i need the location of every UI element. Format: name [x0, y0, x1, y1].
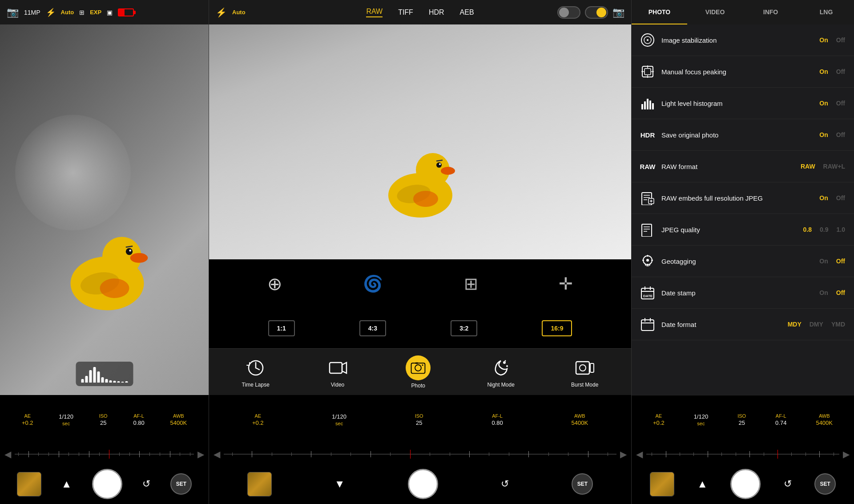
- mid-awb-control[interactable]: AWB 5400K: [572, 413, 588, 426]
- shutter-button[interactable]: [92, 469, 122, 499]
- right-iso-value: 25: [738, 419, 745, 426]
- ae-control[interactable]: AE +0.2: [22, 413, 33, 426]
- date-stamp-off[interactable]: Off: [834, 288, 847, 298]
- slider-left-arrow[interactable]: ◀: [4, 449, 11, 460]
- aspect-3-2[interactable]: 3:2: [451, 320, 477, 336]
- spiral-icon[interactable]: 🌀: [363, 274, 383, 293]
- toggle-switch-1[interactable]: [557, 6, 580, 19]
- manual-focus-off[interactable]: Off: [834, 67, 847, 77]
- raw-embeds-options: On Off: [817, 193, 847, 203]
- right-shutter-control[interactable]: 1/120 sec: [694, 413, 709, 426]
- date-stamp-on[interactable]: On: [817, 288, 830, 298]
- jpeg-quality-10[interactable]: 1.0: [834, 225, 847, 234]
- right-shutter-button[interactable]: [730, 469, 761, 499]
- grid-cross-icon[interactable]: ✛: [559, 274, 573, 294]
- geotagging-off[interactable]: Off: [834, 256, 847, 266]
- exp-label[interactable]: EXP: [90, 9, 101, 16]
- raw-embeds-off[interactable]: Off: [834, 193, 847, 203]
- mid-shutter-button[interactable]: [408, 469, 438, 499]
- toggle-switch-2[interactable]: [585, 6, 608, 19]
- shutter-control[interactable]: 1/120 sec: [59, 413, 73, 426]
- raw-embeds-on[interactable]: On: [817, 193, 830, 203]
- right-exposure-slider[interactable]: [646, 454, 839, 455]
- tab-tiff[interactable]: TIFF: [398, 8, 413, 16]
- date-format-mdy[interactable]: MDY: [786, 319, 804, 329]
- video-mode[interactable]: Video: [326, 356, 349, 388]
- mid-thumbnail[interactable]: [247, 472, 272, 496]
- right-set-button[interactable]: SET: [814, 473, 836, 495]
- right-thumbnail[interactable]: [650, 472, 674, 496]
- grid-3x3-icon[interactable]: ⊞: [464, 274, 478, 294]
- mid-flash-icon[interactable]: ⚡: [216, 7, 227, 18]
- tab-hdr[interactable]: HDR: [429, 8, 444, 16]
- mid-ae-value: +0.2: [252, 419, 264, 426]
- timer-button[interactable]: ↺: [142, 478, 150, 490]
- exp-icon[interactable]: ⊞: [79, 9, 85, 16]
- crosshair-icon[interactable]: ⊕: [267, 274, 282, 294]
- mid-slider-left[interactable]: ◀: [214, 449, 220, 460]
- video-icon: [328, 358, 347, 378]
- awb-control[interactable]: AWB 5400K: [170, 413, 187, 426]
- right-awb-control[interactable]: AWB 5400K: [816, 413, 833, 426]
- hist-bar-7: [105, 379, 108, 383]
- burst-mode[interactable]: Burst Mode: [571, 356, 598, 388]
- tab-photo[interactable]: PHOTO: [632, 0, 687, 24]
- aspect-16-9[interactable]: 16:9: [542, 320, 572, 336]
- jpeg-quality-08[interactable]: 0.8: [801, 225, 814, 234]
- hdr-off[interactable]: Off: [834, 130, 847, 140]
- image-stabilization-off[interactable]: Off: [834, 35, 847, 45]
- iso-control[interactable]: ISO 25: [99, 413, 108, 426]
- date-format-dmy[interactable]: DMY: [807, 319, 826, 329]
- mid-ae-control[interactable]: AE +0.2: [252, 413, 264, 426]
- raw-format-options: RAW RAW+L: [798, 161, 847, 171]
- afl-control[interactable]: AF-L 0.80: [133, 413, 144, 426]
- mid-set-button[interactable]: SET: [572, 473, 593, 495]
- svg-point-10: [441, 167, 455, 175]
- right-ae-control[interactable]: AE +0.2: [653, 413, 665, 426]
- aspect-4-3[interactable]: 4:3: [359, 320, 386, 336]
- hdr-on[interactable]: On: [817, 130, 830, 140]
- tab-info[interactable]: INFO: [743, 0, 798, 24]
- night-mode[interactable]: Night Mode: [487, 356, 514, 388]
- right-timer-button[interactable]: ↺: [784, 478, 792, 490]
- geotagging-on[interactable]: On: [817, 256, 830, 266]
- right-slider-left[interactable]: ◀: [636, 449, 643, 460]
- flash-icon[interactable]: ⚡: [46, 8, 56, 17]
- mid-slider-right[interactable]: ▶: [620, 449, 627, 460]
- mid-afl-control[interactable]: AF-L 0.80: [491, 413, 503, 426]
- right-slider-right[interactable]: ▶: [843, 449, 850, 460]
- mid-camera-icon[interactable]: 📷: [612, 7, 624, 18]
- mid-shutter-control[interactable]: 1/120 sec: [332, 413, 346, 426]
- mid-timer-button[interactable]: ↺: [501, 478, 509, 490]
- raw-format-rawl[interactable]: RAW+L: [821, 161, 847, 171]
- aspect-1-1[interactable]: 1:1: [268, 320, 295, 336]
- histogram-off[interactable]: Off: [834, 98, 847, 108]
- histogram-on[interactable]: On: [817, 98, 830, 108]
- slider-right-arrow[interactable]: ▶: [197, 449, 204, 460]
- set-button[interactable]: SET: [170, 473, 192, 495]
- right-afl-control[interactable]: AF-L 0.74: [775, 413, 786, 426]
- chevron-up-button[interactable]: ▲: [61, 478, 72, 490]
- thumbnail-preview[interactable]: [17, 472, 41, 496]
- tab-video[interactable]: VIDEO: [687, 0, 743, 24]
- mid-flash-label[interactable]: Auto: [232, 9, 246, 16]
- date-format-ymd[interactable]: YMD: [829, 319, 847, 329]
- right-iso-control[interactable]: ISO 25: [737, 413, 746, 426]
- exposure-slider[interactable]: [15, 454, 194, 455]
- right-iso-label: ISO: [737, 413, 746, 419]
- manual-focus-on[interactable]: On: [817, 67, 830, 77]
- mid-exposure-slider[interactable]: [224, 454, 616, 455]
- image-stabilization-on[interactable]: On: [817, 35, 830, 45]
- hist-bar-9: [113, 381, 116, 383]
- time-lapse-mode[interactable]: Time Lapse: [242, 356, 270, 388]
- raw-format-raw[interactable]: RAW: [798, 161, 818, 171]
- flash-mode-label[interactable]: Auto: [61, 9, 74, 16]
- right-chevron-up-button[interactable]: ▲: [697, 478, 708, 490]
- tab-raw[interactable]: RAW: [366, 8, 383, 17]
- tab-aeb[interactable]: AEB: [460, 8, 474, 16]
- jpeg-quality-09[interactable]: 0.9: [818, 225, 830, 234]
- mid-chevron-down-button[interactable]: ▼: [334, 478, 345, 490]
- mid-iso-control[interactable]: ISO 25: [415, 413, 423, 426]
- tab-lng[interactable]: LNG: [798, 0, 854, 24]
- photo-mode[interactable]: Photo: [406, 355, 431, 389]
